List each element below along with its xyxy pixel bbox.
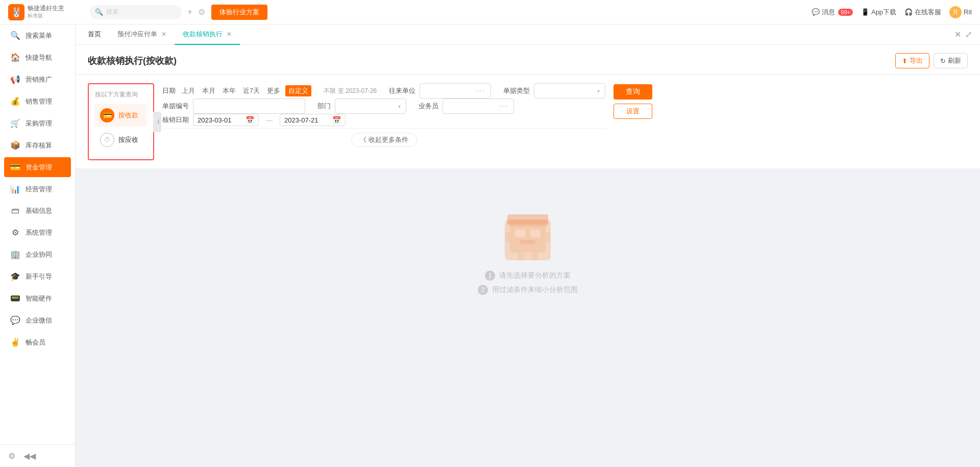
department-arrow-icon: ▾: [398, 104, 401, 109]
sidebar-item-purchase[interactable]: 🛒 采购管理: [0, 112, 75, 134]
tab-bar: 首页 预付冲应付单 ✕ 收款核销执行 ✕ ✕ ⤢: [76, 24, 980, 45]
settings-btn[interactable]: 设置: [614, 104, 652, 119]
counterpart-field: 往来单位 ···: [389, 83, 491, 99]
date-separator: —: [266, 116, 273, 124]
sidebar-label-enterprise: 企业协同: [26, 250, 52, 259]
date-no-limit: 不限 至 2023-07-26: [324, 87, 377, 95]
sidebar-item-wechat[interactable]: 💬 企业微信: [0, 309, 75, 331]
main-content: 首页 预付冲应付单 ✕ 收款核销执行 ✕ ✕ ⤢ 收款核销执行(按收款) ⬆ 导…: [76, 24, 980, 467]
verify-date-label: 核销日期: [162, 115, 189, 125]
sidebar-item-system[interactable]: ⚙ 系统管理: [0, 222, 75, 243]
by-receivable-icon: ⏱: [100, 133, 114, 147]
empty-hint-text-2: 用过滤条件来缩小分析范围: [492, 285, 578, 294]
verify-date-end-input[interactable]: [284, 116, 330, 124]
sidebar-label-smarthw: 智能硬件: [26, 294, 52, 303]
shortcut-this-year[interactable]: 本年: [220, 85, 238, 96]
counterpart-select[interactable]: ···: [420, 83, 491, 99]
sidebar-item-marketing[interactable]: 📢 营销推广: [0, 68, 75, 90]
export-btn[interactable]: ⬆ 导出: [895, 53, 929, 68]
user-profile-btn[interactable]: R Rit: [949, 6, 972, 18]
sidebar-label-inventory: 库存核算: [26, 141, 52, 150]
verify-date-field: 核销日期 📅 — 📅: [162, 114, 346, 126]
sidebar-item-inventory[interactable]: 📦 库存核算: [0, 134, 75, 156]
username-label: Rit: [964, 8, 972, 16]
sidebar-item-finance[interactable]: 💳 资金管理: [4, 157, 71, 177]
query-option-by-receivable[interactable]: ⏱ 按应收: [95, 129, 147, 151]
date-shortcuts: 上月 本月 本年 近7天 更多 自定义: [180, 85, 311, 96]
query-option-by-receipt[interactable]: 💳 按收款: [95, 104, 147, 127]
staff-dots-icon[interactable]: ···: [499, 102, 508, 111]
sidebar-item-enterprise[interactable]: 🏢 企业协同: [0, 243, 75, 265]
voucher-no-input[interactable]: [193, 99, 305, 114]
app-download-btn[interactable]: 📱 App下载: [861, 8, 896, 17]
tab-receipt-verify[interactable]: 收款核销执行 ✕: [175, 24, 240, 45]
sidebar-label-marketing: 营销推广: [26, 75, 52, 84]
refresh-label: 刷新: [948, 56, 961, 65]
verify-date-start-input[interactable]: [198, 116, 243, 124]
sidebar-item-quick-nav[interactable]: 🏠 快捷导航: [0, 46, 75, 68]
filter-row-3: 核销日期 📅 — 📅: [162, 114, 605, 126]
sidebar-item-basic-info[interactable]: 🗃 基础信息: [0, 200, 75, 222]
tab-prepay-label: 预付冲应付单: [117, 30, 157, 39]
shortcut-last-month[interactable]: 上月: [180, 85, 197, 96]
collapse-more-btn[interactable]: 《 收起更多条件: [351, 133, 417, 147]
tab-expand-icon[interactable]: ⤢: [965, 30, 972, 39]
dropdown-arrow-icon[interactable]: ▾: [188, 7, 192, 17]
query-btn[interactable]: 查询: [614, 84, 652, 100]
sidebar-settings-icon[interactable]: ⚙: [8, 451, 15, 461]
calendar-start-icon[interactable]: 📅: [246, 116, 254, 124]
sidebar-item-operation[interactable]: 📊 经营管理: [0, 178, 75, 200]
tab-prepay-close-icon[interactable]: ✕: [161, 31, 166, 38]
tab-prepay[interactable]: 预付冲应付单 ✕: [109, 24, 175, 45]
tab-close-all-icon[interactable]: ✕: [954, 30, 961, 39]
sales-icon: 💰: [10, 96, 20, 106]
department-select[interactable]: ▾: [335, 99, 406, 114]
empty-box-top: [507, 214, 548, 225]
filter-form: 日期 上月 本月 本年 近7天 更多 自定义 不限 至 2023-0: [162, 83, 605, 149]
panel-collapse-btn[interactable]: 《: [153, 112, 161, 132]
sidebar-label-finance: 资金管理: [26, 163, 52, 172]
staff-select[interactable]: ···: [443, 99, 514, 114]
sidebar-item-smart-hw[interactable]: 📟 智能硬件: [0, 287, 75, 309]
counterpart-dots-icon[interactable]: ···: [476, 86, 485, 95]
top-search-box[interactable]: 🔍 搜索: [90, 5, 182, 19]
refresh-btn[interactable]: ↻ 刷新: [934, 53, 968, 68]
collapse-more-row: 《 收起更多条件: [162, 128, 605, 149]
voucher-type-select[interactable]: ▾: [534, 83, 605, 99]
export-label: 导出: [910, 56, 923, 65]
message-btn[interactable]: 💬 消息 99+: [812, 8, 853, 17]
app-logo: 🐰 畅捷通好生意 标准版: [8, 4, 84, 20]
shortcut-more[interactable]: 更多: [265, 85, 282, 96]
sidebar-item-guide[interactable]: 🎓 新手引导: [0, 265, 75, 287]
logo-icon: 🐰: [8, 4, 24, 20]
top-bar-right: 💬 消息 99+ 📱 App下载 🎧 在线客服 R Rit: [812, 6, 972, 18]
shortcut-custom[interactable]: 自定义: [285, 85, 311, 96]
tab-receipt-close-icon[interactable]: ✕: [227, 31, 232, 38]
tab-home[interactable]: 首页: [80, 24, 109, 45]
tab-home-label: 首页: [88, 30, 101, 39]
sidebar-item-member[interactable]: ✌ 畅会员: [0, 331, 75, 353]
online-service-btn[interactable]: 🎧 在线客服: [904, 8, 941, 17]
sidebar-item-search-menu[interactable]: 🔍 搜索菜单: [0, 24, 75, 46]
date-range-display: 不限 至 2023-07-26: [324, 87, 377, 95]
calendar-end-icon[interactable]: 📅: [332, 116, 341, 124]
shortcut-this-month[interactable]: 本月: [200, 85, 217, 96]
sidebar-label-search: 搜索菜单: [26, 31, 52, 40]
tab-receipt-label: 收款核销执行: [183, 30, 223, 39]
sidebar-collapse-icon[interactable]: ◀◀: [23, 451, 36, 461]
department-field: 部门 ▾: [317, 99, 406, 114]
industry-btn[interactable]: 体验行业方案: [211, 5, 267, 20]
shortcut-7days[interactable]: 近7天: [241, 85, 262, 96]
top-bar: 🐰 畅捷通好生意 标准版 🔍 搜索 ▾ ⚙ 体验行业方案 💬 消息 99+ 📱 …: [0, 0, 980, 24]
empty-num-2: 2: [478, 285, 488, 295]
sidebar-item-sales[interactable]: 💰 销售管理: [0, 90, 75, 112]
verify-date-start-wrap[interactable]: 📅: [193, 114, 259, 126]
gear-icon[interactable]: ⚙: [198, 7, 205, 17]
verify-date-end-wrap[interactable]: 📅: [280, 114, 346, 126]
enterprise-icon: 🏢: [10, 250, 20, 259]
wechat-icon: 💬: [10, 315, 20, 325]
query-panel-wrap: 按以下方案查询 💳 按收款 ⏱ 按应收 《: [88, 83, 154, 160]
filter-area: 按以下方案查询 💳 按收款 ⏱ 按应收 《: [76, 75, 980, 168]
sidebar-label-purchase: 采购管理: [26, 119, 52, 128]
empty-state: 1 请先选择要分析的方案 2 用过滤条件来缩小分析范围: [76, 168, 980, 336]
